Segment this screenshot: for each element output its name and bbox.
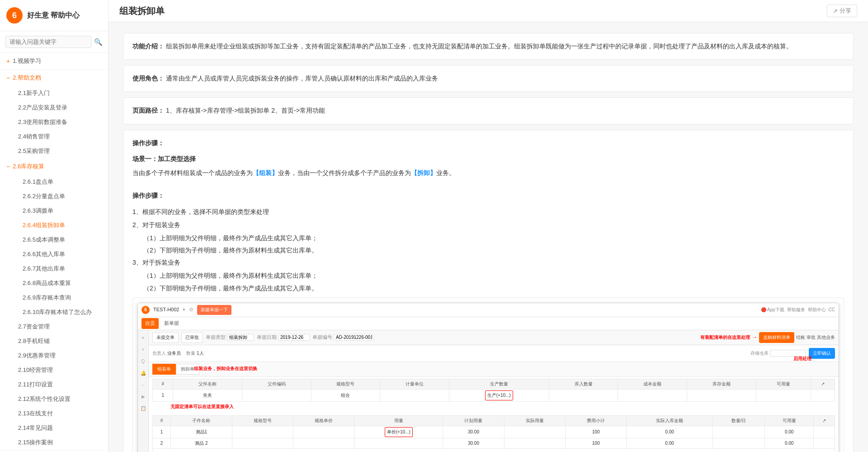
sim-left-icon-1: ≡ [142, 334, 145, 342]
sidebar-item-mobile[interactable]: 2.8手机旺铺 [0, 334, 108, 348]
sim-parent-table-wrapper: # 父件名称 父件编码 规格型号 计量单位 生产数量 库入数量 成本金额 [149, 377, 839, 414]
sim-help-service-icon: 帮助服务 [787, 306, 805, 314]
sidebar-item-coupon[interactable]: 2.9优惠券管理 [0, 348, 108, 363]
search-input[interactable] [5, 36, 91, 48]
sidebar-item-cases[interactable]: 2.15操作案例 [0, 435, 108, 450]
sim-field-type-label: 单据类型 [206, 333, 226, 342]
page-title: 组装拆卸单 [119, 5, 165, 17]
sim-btn-more-actions[interactable]: 结账 审批 其他业务 [796, 333, 835, 342]
sim-logo: 6 [142, 306, 150, 314]
expand-icon: + [6, 57, 10, 65]
sidebar-item-operations[interactable]: 2.10经营管理 [0, 363, 108, 377]
sidebar-item-inventory-fix[interactable]: 2.6.10库存账本错了怎么办 [0, 305, 108, 319]
sim-btn-approved[interactable]: 已审批 [181, 332, 203, 343]
step-1: 1、根据不同的业务，选择不同单据的类型来处理 [132, 206, 844, 218]
sim-btn-uncommitted[interactable]: 未提交单 [152, 332, 179, 343]
sim-child-cell-2-plan: 30.00 [443, 438, 504, 448]
sidebar-item-prepare[interactable]: 2.3使用前数据准备 [0, 115, 108, 129]
sim-parent-cell-name: 夹夹 [173, 389, 242, 401]
path-label: 页面路径： [132, 107, 164, 114]
sidebar-item-cost-adjust[interactable]: 2.6.5成本调整单 [0, 233, 108, 247]
sim-btn-confirm-now[interactable]: 立即确认 [809, 348, 835, 359]
logo-icon: 6 [6, 7, 23, 24]
search-icon[interactable]: 🔍 [94, 38, 103, 46]
share-button[interactable]: ↗ 分享 [827, 5, 857, 17]
sim-settings-icon: ⚙ [189, 305, 193, 314]
scenario1-title: 场景一：加工类型选择 [132, 153, 844, 165]
sim-col-spec: 规格型号 [311, 379, 380, 389]
sidebar-item-online-pay[interactable]: 2.13在线支付 [0, 406, 108, 421]
sim-app-icon: 🔴 App下载 [761, 306, 784, 314]
sidebar-item-purchase[interactable]: 2.5采购管理 [0, 144, 108, 158]
sidebar-item-video-label: 1.视频学习 [13, 57, 41, 65]
sim-ui: 6 TEST-H002 ▾ ⚙ 新建单据一下 🔴 App下载 帮助服务 帮助中心… [137, 303, 839, 452]
sim-tab-assembly[interactable]: 组装单 [152, 364, 176, 375]
sidebar-item-inventory[interactable]: − 2.6库存核算 [0, 158, 108, 175]
sim-child-cell-2-actual [504, 438, 565, 448]
sim-child-col-num: # [153, 415, 171, 426]
sidebar-item-docs[interactable]: − 2.帮助文档 [0, 70, 108, 86]
sidebar-item-sales[interactable]: 2.4销售管理 [0, 129, 108, 144]
share-label: 分享 [840, 7, 851, 15]
sim-new-doc-btn[interactable]: 新建单据一下 [197, 305, 231, 315]
sim-child-cell-2-subtotal: 100 [565, 438, 626, 448]
sim-docno-input[interactable] [334, 334, 374, 341]
sidebar-item-other-out[interactable]: 2.6.7其他出库单 [0, 262, 108, 276]
sim-child-cell-2-actual-in: 0.00 [627, 438, 713, 448]
sim-date-input[interactable] [278, 334, 310, 341]
sim-child-cell-1-num: 1 [153, 426, 171, 438]
sim-parent-row-1: 1 夹夹 组合 生产(+10...) [153, 389, 835, 401]
sim-parent-cell-code [242, 389, 311, 401]
sim-form-warehouse-label: 存储仓库 [750, 349, 769, 357]
sidebar: 6 好生意 帮助中心 🔍 + 1.视频学习 − 2.帮助文档 2.1新手入门 2… [0, 0, 108, 452]
sidebar-item-print[interactable]: 2.11打印设置 [0, 377, 108, 392]
sim-parent-cell-num: 1 [153, 389, 173, 401]
sim-child-cell-1-avail: 0.00 [765, 426, 814, 438]
sidebar-item-system-config[interactable]: 2.12系统个性化设置 [0, 392, 108, 406]
step-3-2: （2）下部明细为子件明细，最终作为产成品生成其它入库单。 [143, 283, 844, 294]
sidebar-item-inventory-book[interactable]: 2.6.9库存账本查询 [0, 290, 108, 305]
sidebar-item-faq[interactable]: 2.14常见问题 [0, 421, 108, 435]
sidebar-item-newcomer[interactable]: 2.1新手入门 [0, 86, 108, 100]
search-box: 🔍 [0, 31, 108, 53]
sim-form-qty-label: 数量 [186, 349, 195, 357]
sim-tab-zizhuang[interactable]: 自贡 [142, 318, 159, 329]
sidebar-item-docs-label: 2.帮助文档 [13, 74, 41, 82]
sim-child-row-2: 2 测品 2 30.00 100 0.0 [153, 438, 835, 448]
sim-top-icons: 🔴 App下载 帮助服务 帮助中心 CC [761, 306, 835, 314]
sidebar-item-video[interactable]: + 1.视频学习 [0, 53, 108, 69]
sim-col-cost: 成本金额 [618, 379, 687, 389]
nav-section-video: + 1.视频学习 [0, 53, 108, 70]
sim-parent-cell-in-qty [549, 389, 618, 401]
sim-sub-nav: 自贡 新单据 [138, 317, 839, 330]
operations-title: 操作步骤： [132, 138, 844, 149]
sim-btn-apply-bom[interactable]: 选购材料清单 [759, 332, 794, 343]
function-intro-text: 组装拆卸单用来处理企业组装或拆卸等加工业务，支持有固定装配清单的产品加工业务，也… [166, 43, 793, 50]
sim-type-annotation: 组装业务，拆卸业务在这里切换 [194, 365, 257, 373]
sim-parent-cell-ops [811, 389, 835, 401]
sim-child-cell-2-unit-price [293, 438, 354, 448]
sidebar-item-install[interactable]: 2.2产品安装及登录 [0, 100, 108, 115]
step-2: 2、对于组装业务 [132, 219, 844, 231]
sidebar-item-partial-stocktake[interactable]: 2.6.2分量盘点单 [0, 189, 108, 204]
sim-type-tabs: 组装单 拆卸单 组装业务，拆卸业务在这里切换 启用处理 [149, 362, 839, 377]
sim-tab-new-doc[interactable]: 新单据 [160, 318, 183, 329]
sidebar-item-finance[interactable]: 2.7资金管理 [0, 319, 108, 334]
sidebar-item-stocktake[interactable]: 2.6.1盘点单 [0, 175, 108, 189]
sim-child-col-subtotal: 费用小计 [565, 415, 626, 426]
sim-child-cell-2-num: 2 [153, 438, 171, 448]
sim-child-table-wrapper: # 子件名称 规格型号 规格单价 用量 计划用量 实际用量 费用小计 [149, 414, 839, 452]
sidebar-item-assembly[interactable]: 2.6.4组装拆卸单 [0, 218, 108, 233]
sidebar-header: 6 好生意 帮助中心 [0, 0, 108, 31]
sidebar-item-transfer[interactable]: 2.6.3调拨单 [0, 204, 108, 218]
sim-left-icon-4: 🔔 [141, 369, 146, 377]
sim-direct-input-annotation: 无固定清单可以在这里直接录入 [170, 403, 835, 411]
sidebar-item-other-in[interactable]: 2.6.6其他入库单 [0, 247, 108, 262]
content-area: 功能介绍： 组装拆卸单用来处理企业组装或拆卸等加工业务，支持有固定装配清单的产品… [108, 22, 868, 452]
sim-type-input[interactable] [227, 334, 254, 341]
sim-parent-cell-cost [618, 389, 687, 401]
sim-child-cell-1-actual [504, 426, 565, 438]
sim-left-icon-7: 📋 [141, 404, 146, 413]
sidebar-item-cost-recalc[interactable]: 2.6.8商品成本重算 [0, 276, 108, 290]
sim-child-col-actual-usage: 实际用量 [504, 415, 565, 426]
